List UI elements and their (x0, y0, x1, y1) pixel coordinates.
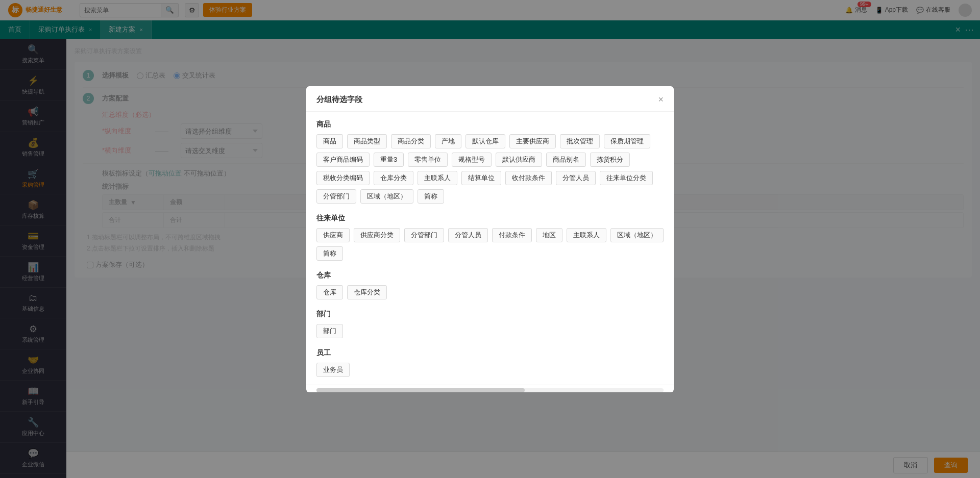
field-tag-customer-code[interactable]: 客户商品编码 (316, 153, 370, 167)
section-dept-tags: 部门 (316, 324, 664, 338)
field-tag-partner-short[interactable]: 简称 (316, 246, 343, 261)
field-tag-origin[interactable]: 产地 (435, 134, 461, 148)
field-tag-default-supplier[interactable]: 默认供应商 (496, 153, 542, 167)
field-tag-partner-category[interactable]: 往来单位分类 (600, 171, 653, 185)
field-tag-pick-score[interactable]: 拣货积分 (590, 153, 630, 167)
hscroll-thumb (316, 388, 525, 392)
section-dept-title: 部门 (316, 310, 664, 319)
field-tag-product-type[interactable]: 商品类型 (347, 134, 387, 148)
section-dept: 部门 部门 (316, 310, 664, 338)
field-tag-warehouse-category[interactable]: 仓库分类 (374, 171, 413, 185)
field-tag-main-contact[interactable]: 主联系人 (418, 171, 457, 185)
field-tag-partner-region[interactable]: 区域（地区） (610, 228, 664, 242)
modal-body: 商品 商品 商品类型 商品分类 产地 默认仓库 主要供应商 批次管理 保质期管理… (306, 112, 674, 385)
modal-title: 分组待选字段 (316, 95, 362, 105)
hscroll-bar[interactable] (316, 388, 664, 392)
section-employee-tags: 业务员 (316, 363, 664, 377)
modal-dialog: 分组待选字段 × 商品 商品 商品类型 商品分类 产地 默认仓库 主要供应商 批… (306, 86, 674, 392)
field-tag-partner-manager[interactable]: 分管人员 (448, 228, 488, 242)
section-employee-title: 员工 (316, 348, 664, 358)
modal-hscroll (306, 385, 674, 392)
field-tag-default-warehouse[interactable]: 默认仓库 (465, 134, 505, 148)
field-tag-product-alias[interactable]: 商品别名 (546, 153, 586, 167)
field-tag-supplier-category[interactable]: 供应商分类 (354, 228, 400, 242)
field-tag-area[interactable]: 地区 (536, 228, 562, 242)
field-tag-short-name[interactable]: 简称 (418, 189, 444, 204)
section-partner-tags: 供应商 供应商分类 分管部门 分管人员 付款条件 地区 主联系人 区域（地区） … (316, 228, 664, 261)
section-warehouse-title: 仓库 (316, 271, 664, 280)
field-tag-department[interactable]: 部门 (316, 324, 343, 338)
section-product-tags: 商品 商品类型 商品分类 产地 默认仓库 主要供应商 批次管理 保质期管理 客户… (316, 134, 664, 204)
field-tag-payment-condition[interactable]: 收付款条件 (505, 171, 552, 185)
field-tag-spec-model[interactable]: 规格型号 (452, 153, 492, 167)
section-product-title: 商品 (316, 120, 664, 129)
field-tag-tax-code[interactable]: 税收分类编码 (316, 171, 370, 185)
section-employee: 员工 业务员 (316, 348, 664, 377)
field-tag-product-category[interactable]: 商品分类 (391, 134, 431, 148)
section-partner: 往来单位 供应商 供应商分类 分管部门 分管人员 付款条件 地区 主联系人 区域… (316, 214, 664, 261)
section-warehouse: 仓库 仓库 仓库分类 (316, 271, 664, 299)
field-tag-supplier[interactable]: 供应商 (316, 228, 350, 242)
field-tag-quality-period[interactable]: 保质期管理 (604, 134, 650, 148)
field-tag-warehouse-cat[interactable]: 仓库分类 (347, 285, 387, 299)
field-tag-pay-condition[interactable]: 付款条件 (492, 228, 532, 242)
modal-close-button[interactable]: × (658, 94, 664, 105)
field-tag-settlement-unit[interactable]: 结算单位 (461, 171, 501, 185)
field-tag-retail-unit[interactable]: 零售单位 (408, 153, 448, 167)
field-tag-partner-contact[interactable]: 主联系人 (567, 228, 606, 242)
field-tag-partner-dept[interactable]: 分管部门 (404, 228, 444, 242)
field-tag-dept[interactable]: 分管部门 (316, 189, 356, 204)
section-warehouse-tags: 仓库 仓库分类 (316, 285, 664, 299)
modal-overlay: 分组待选字段 × 商品 商品 商品类型 商品分类 产地 默认仓库 主要供应商 批… (0, 0, 980, 478)
field-tag-weight3[interactable]: 重量3 (374, 153, 404, 167)
field-tag-batch-mgmt[interactable]: 批次管理 (560, 134, 600, 148)
field-tag-main-supplier[interactable]: 主要供应商 (509, 134, 556, 148)
section-product: 商品 商品 商品类型 商品分类 产地 默认仓库 主要供应商 批次管理 保质期管理… (316, 120, 664, 204)
field-tag-manager[interactable]: 分管人员 (556, 171, 596, 185)
field-tag-salesperson[interactable]: 业务员 (316, 363, 350, 377)
modal-header: 分组待选字段 × (306, 86, 674, 112)
field-tag-region[interactable]: 区域（地区） (360, 189, 413, 204)
field-tag-warehouse[interactable]: 仓库 (316, 285, 343, 299)
field-tag-product[interactable]: 商品 (316, 134, 343, 148)
section-partner-title: 往来单位 (316, 214, 664, 223)
